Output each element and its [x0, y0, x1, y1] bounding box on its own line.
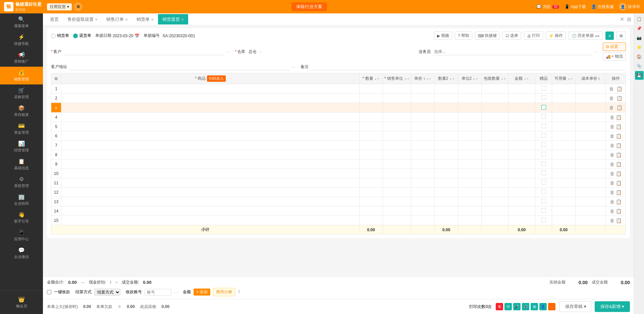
staff-input[interactable]: [433, 48, 592, 55]
row11-copy-icon[interactable]: 📋: [616, 180, 622, 186]
sidebar-item-sales[interactable]: 💰 销售管理: [0, 67, 43, 84]
row4-qty2[interactable]: [435, 113, 458, 122]
row4-price[interactable]: [411, 113, 435, 122]
row3-product[interactable]: [61, 103, 360, 113]
row4-gift[interactable]: [535, 113, 552, 122]
shortcut-btn[interactable]: ⌨ 快捷键: [475, 32, 500, 40]
row3-gift[interactable]: [535, 103, 552, 113]
view-list-btn[interactable]: ≡: [605, 32, 614, 40]
scan-btn[interactable]: 扫码录入: [207, 75, 226, 82]
row13-copy-icon[interactable]: 📋: [616, 199, 622, 204]
app-download-btn[interactable]: 📱 App下载: [565, 4, 586, 10]
row9-gift-checkbox[interactable]: [541, 161, 546, 166]
save-draft-btn[interactable]: 保存草稿 ▾: [559, 301, 592, 312]
row2-unit[interactable]: [383, 93, 411, 103]
qty-sort[interactable]: ▲▼: [374, 78, 380, 80]
row9-copy-icon[interactable]: 📋: [616, 162, 622, 167]
avail-sort[interactable]: ▲▼: [568, 78, 573, 80]
row7-copy-icon[interactable]: 📋: [616, 143, 622, 148]
row3-delete-icon[interactable]: 🗑: [609, 105, 614, 110]
row15-gift-checkbox[interactable]: [541, 217, 546, 222]
row2-pack[interactable]: [482, 93, 508, 103]
row1-qty[interactable]: [359, 84, 383, 93]
row3-add-btn[interactable]: +: [51, 103, 61, 113]
row14-delete-icon[interactable]: 🗑: [610, 208, 614, 214]
right-icon-6[interactable]: 📎: [635, 62, 644, 70]
row4-cost[interactable]: [576, 113, 606, 122]
row3-copy-icon[interactable]: 📋: [616, 105, 622, 110]
row1-unit[interactable]: [383, 84, 411, 93]
row3-avail[interactable]: [552, 103, 576, 113]
row4-gift-checkbox[interactable]: [541, 114, 546, 119]
radio-return[interactable]: 退货单: [73, 33, 91, 39]
row2-gift-checkbox[interactable]: [541, 95, 546, 100]
message-btn[interactable]: 💬 消息 70: [536, 4, 559, 10]
pack-sort[interactable]: ▲▼: [501, 78, 506, 80]
row7-delete-icon[interactable]: 🗑: [610, 143, 614, 148]
fee-help-icon[interactable]: ?: [238, 290, 240, 295]
row15-delete-icon[interactable]: 🗑: [610, 218, 614, 223]
cash-discount-info[interactable]: ℹ: [110, 280, 111, 285]
row1-product[interactable]: [61, 84, 360, 93]
price-info-icon[interactable]: ℹ: [424, 77, 425, 80]
unit-sort[interactable]: ▲▼: [404, 78, 410, 80]
right-icon-5[interactable]: 🏠: [635, 52, 644, 61]
row3-amount[interactable]: [508, 103, 535, 113]
right-icon-4[interactable]: ⭐: [635, 43, 644, 52]
row1-delete-icon[interactable]: 🗑: [609, 86, 614, 91]
icon-qr[interactable]: ⊞: [531, 303, 538, 310]
tab-home[interactable]: 首页: [46, 14, 63, 24]
row4-unit2[interactable]: [458, 113, 482, 122]
tab-menu[interactable]: ⊞: [627, 16, 631, 22]
tab-sales-close[interactable]: ✕: [151, 18, 154, 21]
row5-delete-icon[interactable]: 🗑: [610, 124, 614, 129]
tab-close-all[interactable]: ✕: [620, 16, 624, 22]
row11-gift-checkbox[interactable]: [541, 180, 546, 185]
icon-voice[interactable]: 🔊: [522, 303, 529, 310]
row2-avail[interactable]: [552, 93, 576, 103]
row4-delete-icon[interactable]: 🗑: [610, 115, 614, 120]
date-selector[interactable]: 日用百货 ▾: [47, 3, 72, 10]
address-input[interactable]: [69, 63, 290, 70]
row12-gift-checkbox[interactable]: [541, 189, 546, 194]
row5-pack[interactable]: [482, 122, 508, 131]
row1-gift[interactable]: [535, 84, 552, 93]
row8-gift-checkbox[interactable]: [541, 152, 546, 156]
row2-product[interactable]: [61, 93, 360, 103]
add-row-footer-btn[interactable]: + 添加: [194, 289, 210, 296]
row5-unit2[interactable]: [458, 122, 482, 131]
row6-copy-icon[interactable]: 📋: [616, 133, 622, 139]
row15-copy-icon[interactable]: 📋: [616, 218, 622, 223]
sidebar-item-newuser[interactable]: 👋 新手引导: [0, 209, 43, 227]
icon-mic[interactable]: 🎤: [513, 303, 521, 310]
icon-s[interactable]: S: [496, 303, 503, 310]
row4-unit[interactable]: [383, 113, 411, 122]
row1-avail[interactable]: [552, 84, 576, 93]
row3-unit[interactable]: [383, 103, 411, 113]
row7-gift-checkbox[interactable]: [541, 142, 546, 147]
row3-cost[interactable]: [576, 103, 606, 113]
row5-qty2[interactable]: [435, 122, 458, 131]
row4-pack[interactable]: [482, 113, 508, 122]
amount-sort[interactable]: ▲▼: [524, 78, 529, 80]
row2-price[interactable]: [411, 93, 435, 103]
row10-delete-icon[interactable]: 🗑: [610, 171, 614, 176]
row2-delete-icon[interactable]: 🗑: [609, 96, 614, 101]
add-row-button[interactable]: +: [53, 104, 59, 111]
unit2-sort[interactable]: ▲▼: [473, 78, 478, 80]
price-sort[interactable]: ▲▼: [426, 78, 431, 80]
row6-delete-icon[interactable]: 🗑: [610, 133, 614, 139]
row5-amount[interactable]: [508, 122, 535, 131]
right-icon-1[interactable]: 📋: [635, 15, 644, 23]
row4-product[interactable]: [61, 113, 360, 122]
row5-gift-checkbox[interactable]: [541, 124, 546, 128]
tab-returns-close[interactable]: ✕: [181, 18, 184, 21]
row1-gift-checkbox[interactable]: [541, 86, 546, 90]
row11-delete-icon[interactable]: 🗑: [610, 180, 614, 186]
save-new-btn[interactable]: 保存&新增 ▾: [595, 301, 630, 312]
row3-unit2[interactable]: [458, 103, 482, 113]
row1-qty2[interactable]: [435, 84, 458, 93]
row5-avail[interactable]: [552, 122, 576, 131]
tab-returns[interactable]: 销货退货 ✕: [158, 14, 188, 24]
calc-method-select[interactable]: 结算方式: [94, 289, 120, 296]
